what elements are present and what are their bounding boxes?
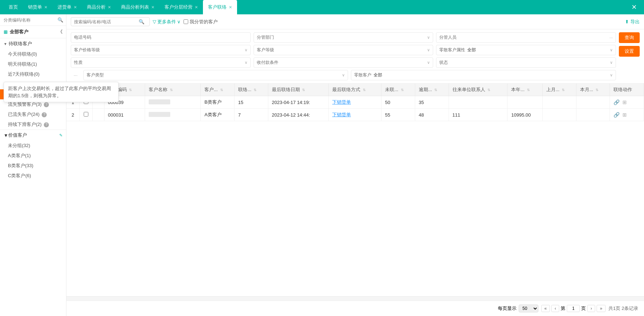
- nav-customer-contact[interactable]: 客户联络 ✕: [203, 0, 237, 14]
- col-last-way[interactable]: 最后联络方式 ⇅: [329, 84, 381, 96]
- close-customer-contact-icon[interactable]: ✕: [229, 5, 232, 10]
- close-sales-icon[interactable]: ✕: [44, 5, 47, 10]
- sidebar-item-b-class[interactable]: B类客户(33): [0, 161, 66, 171]
- nav-home[interactable]: 首页: [4, 0, 23, 14]
- close-purchase-icon[interactable]: ✕: [74, 5, 77, 10]
- filter-bar: 🔍 ▽ 更多条件 ∨ 我分管的客户 ⬆ 导出: [66, 14, 644, 29]
- branch-field[interactable]: 分管部门 ∨: [254, 32, 434, 43]
- nav-sales[interactable]: 销货单 ✕: [23, 0, 52, 14]
- nav-customer-tier[interactable]: 客户分层经营 ✕: [159, 0, 203, 14]
- sidebar-item-c-class[interactable]: C类客户(6): [0, 171, 66, 181]
- customer-level-field[interactable]: 客户等级 ∨: [254, 45, 434, 55]
- row-overdue-1: 35: [415, 96, 449, 109]
- customer-type-field[interactable]: 客户类型 ∨: [83, 70, 348, 80]
- col-last-month[interactable]: 上月... ⇅: [542, 84, 576, 96]
- filter-row-1: 电话号码 分管部门 ∨ 分管人员 ···: [71, 32, 616, 43]
- sidebar-item-a-class[interactable]: A类客户(1): [0, 151, 66, 161]
- col-last-date[interactable]: 最后联络日期 ⇅: [268, 84, 328, 96]
- row-2-checkbox[interactable]: [84, 112, 88, 117]
- app-close-button[interactable]: ✕: [628, 3, 640, 11]
- sort-last-date-icon: ⇅: [302, 88, 305, 92]
- status-field[interactable]: 状态 ∨: [436, 57, 616, 68]
- filter-icon: ▽: [153, 19, 156, 24]
- col-this-month[interactable]: 本月... ⇅: [576, 84, 610, 96]
- churn-warning-info-icon[interactable]: ?: [44, 102, 49, 107]
- sort-type-icon: ⇅: [220, 88, 223, 92]
- nav-purchase[interactable]: 进货单 ✕: [52, 0, 82, 14]
- view-action-icon-2[interactable]: 🔗: [613, 112, 620, 118]
- col-uncontacted[interactable]: 未联... ⇅: [381, 84, 415, 96]
- search-input[interactable]: [74, 19, 139, 24]
- close-product-list-icon[interactable]: ✕: [151, 5, 154, 10]
- more-action-icon-1[interactable]: ⊞: [622, 99, 627, 105]
- phone-field[interactable]: 电话号码: [71, 32, 251, 43]
- row-overdue-2: 48: [415, 109, 449, 121]
- row-name-2: [145, 109, 200, 121]
- churned-info-icon[interactable]: ?: [42, 112, 47, 117]
- col-name[interactable]: 客户名称 ⇅: [145, 84, 200, 96]
- row-last-way-2[interactable]: 下销货单: [329, 109, 381, 121]
- table-container: ⚙ 客户编码 ⇅ 客户名称 ⇅ 客户... ⇅: [66, 84, 644, 296]
- more-action-icon-2[interactable]: ⊞: [622, 112, 627, 118]
- sort-last-month-icon: ⇅: [562, 88, 565, 92]
- row-this-year-2: 10995.00: [508, 109, 542, 121]
- col-overdue[interactable]: 逾期... ⇅: [415, 84, 449, 96]
- payment-terms-dropdown-icon: ∨: [427, 60, 430, 65]
- close-customer-tier-icon[interactable]: ✕: [195, 5, 198, 10]
- horizontal-scrollbar[interactable]: [66, 296, 644, 301]
- manager-more-icon[interactable]: ···: [610, 36, 613, 40]
- retail-customer-field[interactable]: 零散客户 全部 ∨: [351, 70, 616, 80]
- row-action-1: 🔗 ⊞: [610, 96, 644, 109]
- my-customer-checkbox[interactable]: [184, 19, 188, 24]
- sidebar-item-7days[interactable]: 近7天待联络(0): [0, 69, 66, 79]
- row-this-month-2: [576, 109, 610, 121]
- next-page-btn[interactable]: ›: [587, 305, 595, 312]
- sidebar-search-input[interactable]: [4, 18, 57, 23]
- view-action-icon-1[interactable]: 🔗: [613, 99, 620, 105]
- pending-contact-group[interactable]: ▼ 待联络客户: [0, 38, 66, 49]
- sidebar-item-today[interactable]: 今天待联络(0): [0, 49, 66, 59]
- last-page-btn[interactable]: »: [597, 305, 606, 312]
- col-unit-contact[interactable]: 往来单位联系人 ⇅: [449, 84, 508, 96]
- prev-page-btn[interactable]: ‹: [551, 305, 559, 312]
- settings-button[interactable]: 设置: [619, 46, 640, 57]
- nav-product-list[interactable]: 商品分析列表 ✕: [116, 0, 159, 14]
- price-level-field[interactable]: 客户价格等级 ∨: [71, 45, 251, 55]
- row-uncontacted-1: 50: [381, 96, 415, 109]
- export-button[interactable]: ⬆ 导出: [625, 19, 640, 25]
- sidebar-search-icon[interactable]: 🔍: [57, 17, 63, 23]
- content-area: 🔍 ▽ 更多条件 ∨ 我分管的客户 ⬆ 导出: [66, 14, 644, 316]
- row-last-month-2: [542, 109, 576, 121]
- retail-attribute-field[interactable]: 零散客户属性 全部 ∨: [436, 45, 616, 55]
- query-button[interactable]: 查询: [619, 32, 640, 43]
- col-contacts[interactable]: 联络... ⇅: [234, 84, 268, 96]
- page-number-input[interactable]: [567, 305, 580, 312]
- sort-last-way-icon: ⇅: [363, 88, 366, 92]
- payment-terms-field[interactable]: 收付款条件 ∨: [254, 57, 434, 68]
- first-page-btn[interactable]: «: [541, 305, 550, 312]
- per-page-select[interactable]: 10 20 50 100: [519, 305, 538, 312]
- value-customer-group[interactable]: ▼ 价值客户 ✎: [0, 129, 66, 141]
- edit-icon[interactable]: ✎: [59, 133, 62, 138]
- search-icon[interactable]: 🔍: [139, 19, 144, 24]
- col-this-year[interactable]: 本年... ⇅: [508, 84, 542, 96]
- nav-product-analysis[interactable]: 商品分析 ✕: [82, 0, 116, 14]
- sidebar-item-ungroups[interactable]: 未分组(32): [0, 141, 66, 151]
- manager-field[interactable]: 分管人员 ···: [436, 32, 616, 43]
- more-conditions-btn[interactable]: ···: [71, 71, 80, 80]
- more-filter-btn[interactable]: ▽ 更多条件 ∨: [153, 19, 181, 25]
- close-product-analysis-icon[interactable]: ✕: [108, 5, 111, 10]
- sidebar-item-declining[interactable]: 持续下滑客户(2) ?: [0, 119, 66, 129]
- sidebar-item-tomorrow[interactable]: 明天待联络(1): [0, 59, 66, 69]
- gender-field[interactable]: 性质 ∨: [71, 57, 251, 68]
- declining-info-icon[interactable]: ?: [44, 122, 49, 127]
- row-last-way-1[interactable]: 下销货单: [329, 96, 381, 109]
- row-checkbox-2[interactable]: [79, 109, 92, 121]
- collapse-icon[interactable]: 《: [58, 29, 62, 35]
- all-customers-section[interactable]: ⊞ 全部客户 《: [0, 26, 66, 38]
- filter-row-3: 性质 ∨ 收付款条件 ∨ 状态 ∨: [71, 57, 616, 68]
- filter-row-2: 客户价格等级 ∨ 客户等级 ∨ 零散客户属性 全部 ∨: [71, 45, 616, 55]
- col-type[interactable]: 客户... ⇅: [201, 84, 235, 96]
- sort-name-icon: ⇅: [170, 88, 173, 92]
- sidebar-item-churned[interactable]: 已流失客户(24) ?: [0, 109, 66, 119]
